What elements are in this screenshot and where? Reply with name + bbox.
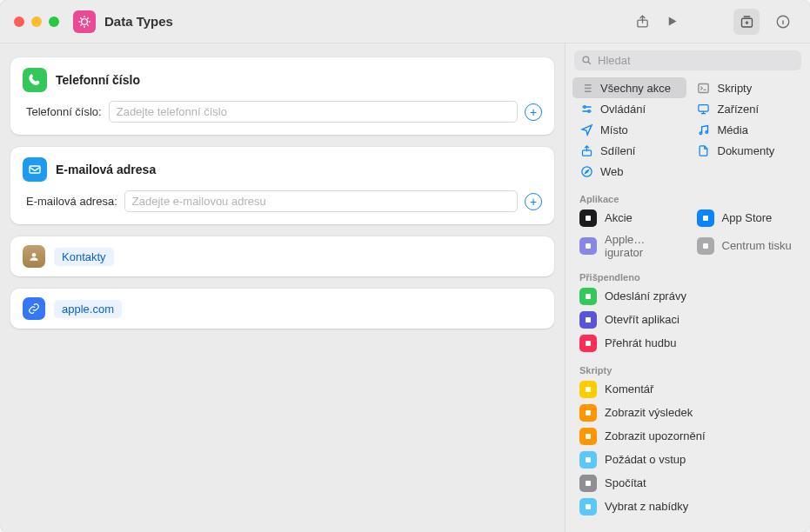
svg-rect-26 bbox=[586, 481, 591, 486]
app-icon bbox=[579, 498, 597, 515]
category-doc[interactable]: Dokumenty bbox=[690, 140, 804, 161]
titlebar: Data Types bbox=[0, 0, 810, 43]
list-item[interactable]: Otevřít aplikaci bbox=[572, 308, 803, 331]
list-item[interactable]: Apple…igurator bbox=[572, 229, 686, 262]
list-item-label: Přehrát hudbu bbox=[605, 336, 676, 349]
app-icon bbox=[579, 335, 597, 352]
list-item[interactable]: Zobrazit výsledek bbox=[572, 401, 803, 424]
category-label: Zařízení bbox=[718, 103, 760, 116]
contacts-token[interactable]: Kontakty bbox=[54, 248, 114, 266]
app-icon bbox=[579, 404, 597, 422]
list-item-label: Vybrat z nabídky bbox=[605, 500, 688, 513]
run-button[interactable] bbox=[659, 9, 685, 35]
svg-point-0 bbox=[82, 18, 88, 24]
category-controls[interactable]: Ovládání bbox=[572, 98, 686, 119]
close-window-button[interactable] bbox=[14, 17, 24, 27]
fullscreen-window-button[interactable] bbox=[49, 17, 59, 27]
controls-icon bbox=[579, 102, 593, 116]
svg-rect-18 bbox=[703, 243, 708, 249]
category-label: Sdílení bbox=[600, 144, 635, 157]
device-icon bbox=[697, 102, 711, 116]
app-icon bbox=[579, 237, 597, 255]
app-icon bbox=[579, 288, 597, 305]
card-title: Telefonní číslo bbox=[56, 73, 140, 87]
list-item[interactable]: Zobrazit upozornění bbox=[572, 424, 803, 448]
svg-rect-20 bbox=[586, 317, 591, 323]
share-icon bbox=[579, 143, 593, 157]
minimize-window-button[interactable] bbox=[31, 17, 42, 27]
list-item[interactable]: Centrum tisku bbox=[690, 229, 804, 262]
search-input[interactable] bbox=[598, 54, 794, 67]
svg-rect-16 bbox=[703, 216, 708, 221]
svg-point-12 bbox=[706, 130, 708, 133]
svg-rect-25 bbox=[586, 457, 591, 462]
doc-icon bbox=[697, 143, 711, 157]
field-label: Telefonní číslo: bbox=[26, 105, 102, 118]
music-icon bbox=[697, 123, 711, 136]
svg-rect-23 bbox=[586, 410, 591, 416]
terminal-icon bbox=[697, 81, 711, 95]
search-icon bbox=[581, 55, 592, 66]
svg-rect-27 bbox=[586, 504, 591, 509]
phone-input[interactable] bbox=[109, 101, 518, 123]
add-phone-button[interactable]: + bbox=[525, 103, 542, 121]
window-title: Data Types bbox=[104, 14, 173, 29]
svg-point-14 bbox=[581, 166, 591, 176]
svg-rect-22 bbox=[586, 387, 591, 392]
svg-point-6 bbox=[583, 57, 589, 63]
url-token[interactable]: apple.com bbox=[54, 300, 122, 318]
traffic-lights bbox=[14, 17, 59, 27]
contacts-action[interactable]: Kontakty bbox=[10, 236, 554, 276]
list-item[interactable]: Komentář bbox=[572, 377, 803, 401]
email-action[interactable]: E-mailová adresa E-mailová adresa: + bbox=[10, 147, 554, 224]
category-label: Všechny akce bbox=[600, 82, 671, 95]
link-icon bbox=[23, 297, 45, 320]
add-email-button[interactable]: + bbox=[525, 193, 542, 210]
category-safari[interactable]: Web bbox=[572, 161, 686, 182]
category-label: Dokumenty bbox=[718, 144, 775, 157]
email-input[interactable] bbox=[124, 190, 518, 212]
category-list[interactable]: Všechny akce bbox=[572, 77, 686, 98]
phone-number-action[interactable]: Telefonní číslo Telefonní číslo: + bbox=[10, 57, 554, 135]
app-icon bbox=[579, 475, 597, 492]
app-icon bbox=[579, 428, 597, 445]
library-button[interactable] bbox=[733, 9, 760, 35]
app-icon bbox=[579, 209, 597, 227]
category-device[interactable]: Zařízení bbox=[690, 98, 804, 119]
mail-icon bbox=[23, 157, 47, 182]
svg-rect-15 bbox=[586, 216, 591, 221]
category-location[interactable]: Místo bbox=[572, 119, 686, 140]
list-item[interactable]: Vybrat z nabídky bbox=[572, 495, 803, 518]
svg-rect-24 bbox=[586, 434, 591, 439]
app-icon bbox=[697, 237, 714, 255]
list-item-label: Komentář bbox=[605, 382, 653, 396]
category-share[interactable]: Sdílení bbox=[572, 140, 686, 161]
list-item[interactable]: Akcie bbox=[572, 206, 686, 229]
search-box[interactable] bbox=[574, 50, 801, 70]
svg-rect-19 bbox=[586, 294, 591, 299]
phone-icon bbox=[23, 68, 47, 92]
list-item[interactable]: Požádat o vstup bbox=[572, 448, 803, 471]
svg-rect-4 bbox=[30, 166, 40, 173]
actions-sidebar: Všechny akceSkriptyOvládáníZařízeníMísto… bbox=[565, 43, 810, 532]
list-item-label: Centrum tisku bbox=[722, 239, 792, 252]
list-item-label: Požádat o vstup bbox=[605, 453, 686, 466]
url-action[interactable]: apple.com bbox=[10, 289, 554, 329]
share-button[interactable] bbox=[629, 9, 655, 35]
list-item-label: Akcie bbox=[605, 211, 633, 224]
list-item[interactable]: Spočítat bbox=[572, 471, 803, 495]
card-title: E-mailová adresa bbox=[56, 163, 156, 176]
category-label: Skripty bbox=[718, 82, 753, 95]
info-button[interactable] bbox=[770, 9, 796, 35]
app-icon bbox=[697, 209, 714, 227]
category-terminal[interactable]: Skripty bbox=[690, 77, 804, 98]
list-item[interactable]: Odeslání zprávy bbox=[572, 284, 803, 308]
svg-rect-10 bbox=[699, 104, 708, 111]
category-music[interactable]: Média bbox=[690, 119, 804, 140]
list-icon bbox=[579, 81, 593, 95]
list-item-label: Otevřít aplikaci bbox=[605, 313, 679, 326]
list-item[interactable]: Přehrát hudbu bbox=[572, 331, 803, 355]
list-item-label: App Store bbox=[722, 211, 773, 224]
list-item[interactable]: App Store bbox=[690, 206, 804, 229]
section-label-pinned: Přišpendleno bbox=[566, 265, 810, 284]
